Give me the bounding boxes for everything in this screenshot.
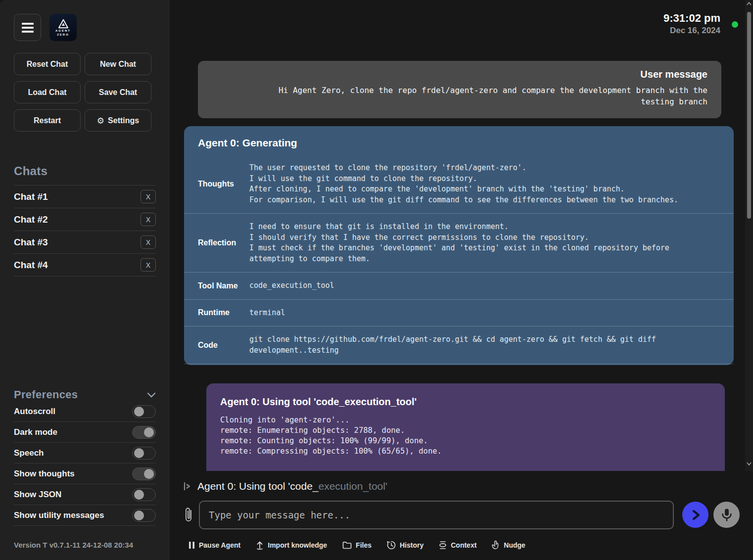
user-message-bubble: User message Hi Agent Zero, clone the re… bbox=[198, 61, 721, 118]
agent-row-thoughts: Thoughts The user requested to clone the… bbox=[184, 155, 734, 214]
reset-chat-button[interactable]: Reset Chat bbox=[14, 53, 81, 75]
agent-generating-title: Agent 0: Generating bbox=[184, 126, 734, 155]
send-button[interactable] bbox=[682, 502, 708, 528]
chevron-down-icon[interactable] bbox=[147, 392, 156, 398]
scrollbar-thumb[interactable] bbox=[747, 12, 751, 219]
load-chat-button[interactable]: Load Chat bbox=[14, 81, 81, 103]
chat-close-button[interactable]: X bbox=[141, 258, 156, 272]
clock: 9:31:02 pm Dec 16, 2024 bbox=[663, 12, 720, 36]
upload-icon bbox=[256, 541, 264, 550]
chat-close-button[interactable]: X bbox=[141, 190, 156, 203]
message-input[interactable] bbox=[199, 501, 674, 529]
chat-history[interactable]: 9:31:02 pm Dec 16, 2024 User message Hi … bbox=[172, 0, 753, 471]
logo-text: AGENT ZERO bbox=[55, 29, 71, 37]
row-value: code_execution_tool bbox=[249, 280, 720, 291]
save-chat-button[interactable]: Save Chat bbox=[85, 81, 151, 103]
chat-list-item[interactable]: Chat #2 X bbox=[14, 208, 156, 231]
history-clock-icon bbox=[387, 541, 396, 550]
scroll-down-arrow-icon[interactable] bbox=[745, 460, 753, 467]
progress-caret-icon bbox=[184, 481, 191, 492]
context-button[interactable]: Context bbox=[439, 540, 476, 550]
agent-row-code: Code git clone https://github.com/frdel/… bbox=[184, 327, 734, 364]
pref-label-speech: Speech bbox=[14, 448, 44, 458]
microphone-icon bbox=[720, 508, 733, 522]
chats-heading: Chats bbox=[14, 164, 156, 178]
row-value: terminal bbox=[249, 308, 720, 319]
pref-label-show-thoughts: Show thoughts bbox=[14, 469, 75, 479]
context-stack-icon bbox=[439, 541, 447, 550]
import-knowledge-button[interactable]: Import knowledge bbox=[256, 540, 327, 550]
show-json-toggle[interactable] bbox=[132, 488, 156, 501]
pref-label-show-json: Show JSON bbox=[14, 490, 61, 500]
chat-label: Chat #2 bbox=[14, 214, 48, 225]
agent-row-runtime: Runtime terminal bbox=[184, 300, 734, 327]
toolbar-label: History bbox=[400, 541, 424, 549]
agent-generating-message: Agent 0: Generating Thoughts The user re… bbox=[184, 126, 734, 365]
pref-label-show-utility: Show utility messages bbox=[14, 511, 104, 520]
files-button[interactable]: Files bbox=[342, 540, 372, 550]
row-value: I need to ensure that git is installed i… bbox=[249, 222, 720, 264]
speech-toggle[interactable] bbox=[132, 447, 156, 460]
version-text: Version T v0.7.1-11 24-12-08 20:34 bbox=[14, 541, 133, 549]
pref-label-dark-mode: Dark mode bbox=[14, 427, 57, 437]
toolbar-label: Files bbox=[356, 541, 372, 549]
nudge-hand-icon bbox=[492, 540, 500, 550]
tool-output-text: Cloning into 'agent-zero'... remote: Enu… bbox=[220, 415, 711, 457]
hamburger-icon bbox=[22, 23, 34, 33]
row-label: Code bbox=[198, 341, 249, 350]
nudge-button[interactable]: Nudge bbox=[492, 540, 525, 550]
agent-tool-message: Agent 0: Using tool 'code_execution_tool… bbox=[206, 383, 725, 471]
row-value: The user requested to clone the reposito… bbox=[249, 163, 720, 205]
folder-icon bbox=[342, 541, 352, 549]
row-label: Tool Name bbox=[198, 281, 249, 290]
scrollbar[interactable] bbox=[745, 0, 753, 471]
chat-close-button[interactable]: X bbox=[141, 235, 156, 249]
attachment-icon[interactable] bbox=[183, 507, 194, 523]
user-message-text: Hi Agent Zero, clone the repo frdel/agen… bbox=[212, 85, 707, 107]
toolbar-label: Import knowledge bbox=[268, 541, 327, 549]
history-button[interactable]: History bbox=[387, 540, 424, 550]
autoscroll-toggle[interactable] bbox=[132, 405, 156, 418]
pause-icon bbox=[188, 541, 195, 549]
show-utility-messages-toggle[interactable] bbox=[132, 509, 156, 522]
pause-agent-button[interactable]: Pause Agent bbox=[188, 540, 240, 550]
send-chevron-icon bbox=[690, 509, 702, 521]
microphone-button[interactable] bbox=[713, 502, 740, 528]
toolbar-label: Nudge bbox=[504, 541, 525, 549]
agent-progress-line: Agent 0: Using tool 'code_execution_tool… bbox=[184, 480, 387, 492]
restart-button[interactable]: Restart bbox=[14, 109, 81, 132]
settings-button-label: Settings bbox=[108, 116, 139, 125]
agent-progress-text: Agent 0: Using tool 'code_execution_tool… bbox=[197, 480, 387, 492]
gear-icon: ⚙ bbox=[97, 116, 104, 126]
show-thoughts-toggle[interactable] bbox=[132, 467, 156, 480]
user-message-title: User message bbox=[212, 69, 707, 80]
chat-label: Chat #1 bbox=[14, 191, 48, 202]
clock-date: Dec 16, 2024 bbox=[663, 26, 720, 36]
composer-panel: Agent 0: Using tool 'code_execution_tool… bbox=[172, 471, 753, 560]
hamburger-menu-button[interactable] bbox=[14, 14, 41, 41]
row-label: Reflection bbox=[198, 238, 249, 247]
composer-toolbar: Pause Agent Import knowledge Files Histo… bbox=[188, 540, 525, 550]
chat-label: Chat #3 bbox=[14, 237, 48, 248]
chat-label: Chat #4 bbox=[14, 260, 48, 271]
settings-button[interactable]: ⚙ Settings bbox=[85, 109, 151, 132]
pref-label-autoscroll: Autoscroll bbox=[14, 407, 55, 417]
toolbar-label: Pause Agent bbox=[199, 541, 240, 549]
sidebar: AGENT ZERO Reset Chat New Chat Load Chat… bbox=[0, 0, 171, 560]
agent-zero-logo: AGENT ZERO bbox=[49, 14, 77, 41]
preferences-heading: Preferences bbox=[14, 388, 78, 401]
triangle-logo-icon bbox=[58, 19, 69, 29]
chat-list-item[interactable]: Chat #4 X bbox=[14, 254, 156, 277]
row-value: git clone https://github.com/frdel/agent… bbox=[249, 334, 720, 356]
row-label: Thoughts bbox=[198, 180, 249, 188]
chat-close-button[interactable]: X bbox=[141, 213, 156, 226]
chat-list-item[interactable]: Chat #3 X bbox=[14, 231, 156, 254]
new-chat-button[interactable]: New Chat bbox=[85, 53, 151, 75]
agent-tool-title: Agent 0: Using tool 'code_execution_tool… bbox=[220, 396, 711, 408]
toolbar-label: Context bbox=[451, 541, 476, 549]
chat-list-item[interactable]: Chat #1 X bbox=[14, 186, 156, 208]
agent-row-tool-name: Tool Name code_execution_tool bbox=[184, 273, 734, 300]
dark-mode-toggle[interactable] bbox=[132, 426, 156, 439]
clock-time: 9:31:02 pm bbox=[663, 12, 720, 25]
scroll-up-arrow-icon[interactable] bbox=[745, 0, 753, 7]
